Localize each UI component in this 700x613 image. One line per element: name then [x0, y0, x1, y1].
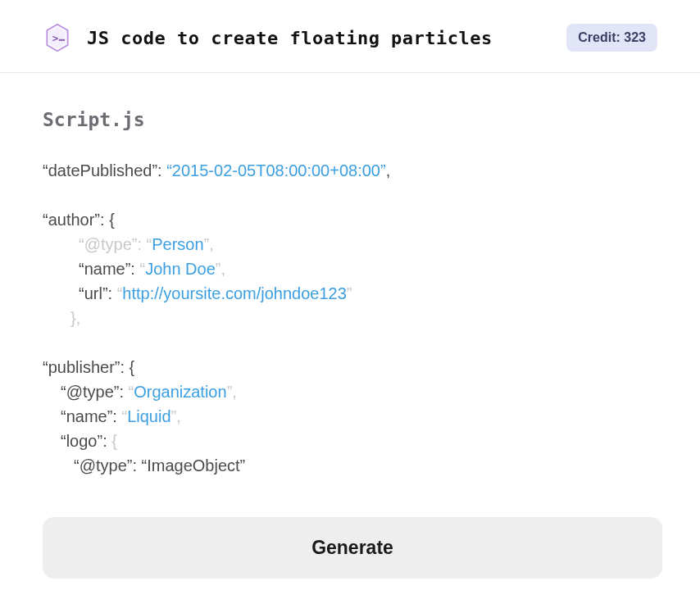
svg-rect-3 — [59, 39, 65, 41]
app-logo-icon: > — [43, 23, 72, 52]
svg-text:>: > — [52, 32, 59, 44]
content: Script.js “datePublished”: “2015-02-05T0… — [0, 73, 700, 478]
page-title: JS code to create floating particles — [87, 28, 552, 48]
header: > JS code to create floating particles C… — [0, 0, 700, 73]
code-line: “name”: “Liquid”, — [43, 404, 657, 429]
code-line: “@type”: “ImageObject” — [43, 453, 657, 478]
code-line: “author”: { — [43, 207, 657, 232]
code-line: }, — [43, 306, 657, 330]
credit-badge: Credit: 323 — [566, 24, 657, 52]
code-line: “name”: “John Doe”, — [43, 257, 657, 281]
filename-label: Script.js — [43, 109, 657, 130]
code-block: “datePublished”: “2015-02-05T08:00:00+08… — [43, 158, 657, 478]
code-line: “@type”: “Organization”, — [43, 379, 657, 404]
code-line: “publisher”: { — [43, 355, 657, 379]
code-line: “datePublished”: “2015-02-05T08:00:00+08… — [43, 158, 657, 183]
code-line: “@type”: “Person”, — [43, 232, 657, 257]
code-line: “url”: “http://yoursite.com/johndoe123” — [43, 281, 657, 306]
code-line: “logo”: { — [43, 429, 657, 453]
generate-button[interactable]: Generate — [43, 517, 662, 579]
